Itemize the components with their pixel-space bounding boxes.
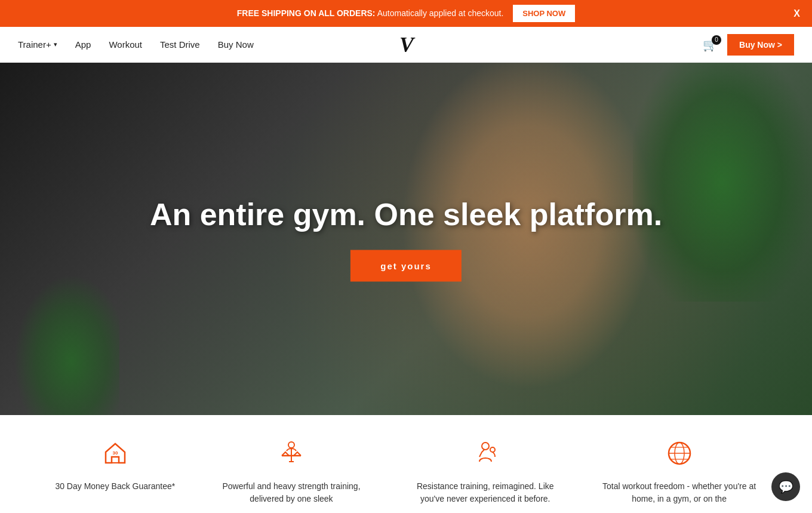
feature-text-3: Resistance training, reimagined. Like yo… [408, 480, 563, 505]
feature-icon-2 [214, 439, 369, 473]
svg-text:30: 30 [112, 450, 118, 456]
nav-test-drive[interactable]: Test Drive [160, 39, 200, 50]
top-banner: FREE SHIPPING ON ALL ORDERS: Automatical… [0, 0, 812, 27]
feature-icon-1: 30 [55, 439, 175, 473]
hero-content: An entire gym. One sleek platform. get y… [150, 196, 662, 282]
site-logo[interactable]: V [399, 32, 413, 57]
feature-text-2: Powerful and heavy strength training, de… [214, 480, 369, 505]
feature-text-1: 30 Day Money Back Guarantee* [55, 480, 175, 493]
hero-headline: An entire gym. One sleek platform. [150, 196, 662, 232]
nav-buy-now[interactable]: Buy Now [218, 39, 254, 50]
feature-icon-3 [408, 439, 563, 473]
shop-now-button[interactable]: SHOP NOW [513, 5, 575, 22]
buy-now-header-button[interactable]: Buy Now > [727, 34, 794, 56]
nav-left: Trainer+ App Workout Test Drive Buy Now [18, 39, 406, 50]
nav-trainer-plus[interactable]: Trainer+ [18, 39, 57, 50]
feature-icon-4 [602, 439, 757, 473]
feature-item-4: Total workout freedom - whether you're a… [602, 439, 757, 505]
nav-app[interactable]: App [75, 39, 91, 50]
nav-right: 🛒 0 Buy Now > [406, 34, 794, 56]
svg-point-2 [288, 442, 294, 448]
chat-button[interactable]: 💬 [771, 472, 800, 501]
banner-regular-text: Automatically applied at checkout. [377, 8, 504, 18]
svg-rect-0 [112, 457, 119, 463]
feature-item-1: 30 30 Day Money Back Guarantee* [55, 439, 175, 493]
svg-point-5 [490, 447, 495, 452]
features-section: 30 30 Day Money Back Guarantee* Powerful… [0, 415, 812, 513]
nav-workout[interactable]: Workout [109, 39, 142, 50]
banner-bold-text: FREE SHIPPING ON ALL ORDERS: [237, 8, 376, 18]
feature-item-2: Powerful and heavy strength training, de… [214, 439, 369, 505]
svg-point-4 [482, 443, 489, 450]
feature-item-3: Resistance training, reimagined. Like yo… [408, 439, 563, 505]
hero-section: An entire gym. One sleek platform. get y… [0, 63, 812, 415]
get-yours-button[interactable]: get yours [350, 250, 462, 282]
banner-close-button[interactable]: X [793, 8, 800, 19]
navbar: Trainer+ App Workout Test Drive Buy Now … [0, 27, 812, 63]
feature-text-4: Total workout freedom - whether you're a… [602, 480, 757, 505]
hero-leaves-left [0, 236, 119, 415]
chat-icon: 💬 [779, 480, 793, 494]
cart-button[interactable]: 🛒 0 [703, 38, 718, 52]
banner-text: FREE SHIPPING ON ALL ORDERS: Automatical… [237, 8, 506, 18]
cart-badge: 0 [712, 35, 721, 45]
